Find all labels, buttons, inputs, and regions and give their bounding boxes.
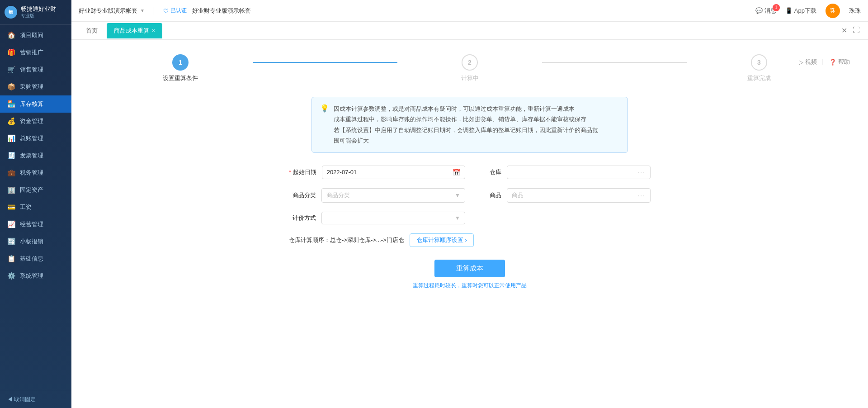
sidebar-item-label: 发票管理 bbox=[20, 152, 43, 160]
close-panel-button[interactable]: ✕ bbox=[840, 25, 848, 36]
start-date-field: 起始日期 2022-07-01 📅 bbox=[289, 166, 465, 179]
app-download-button[interactable]: 📱 App下载 bbox=[785, 7, 816, 15]
finance-icon: 💰 bbox=[7, 117, 15, 125]
operation-icon: 📈 bbox=[7, 220, 15, 228]
form-row-2: 商品分类 商品分类 ▼ 商品 商品 ··· bbox=[289, 188, 651, 203]
info-icon: 💡 bbox=[320, 104, 329, 146]
step3-label: 重算完成 bbox=[747, 74, 771, 82]
sidebar-item-accounting[interactable]: 📊 总账管理 bbox=[0, 130, 71, 147]
tax-icon: 💼 bbox=[7, 169, 15, 177]
tabs-controls: ✕ ⛶ bbox=[840, 25, 861, 36]
category-field: 商品分类 商品分类 ▼ bbox=[289, 188, 465, 203]
info-text: 因成本计算参数调整，或是对商品成本有疑问时，可以通过成本重算功能，重新计算一遍成… bbox=[334, 104, 598, 146]
tabs-bar: 首页 商品成本重算 × ✕ ⛶ bbox=[71, 22, 868, 40]
tab-close-button[interactable]: × bbox=[152, 28, 155, 34]
sidebar-item-assets[interactable]: 🏢 固定资产 bbox=[0, 181, 71, 199]
sidebar-item-basic[interactable]: 📋 基础信息 bbox=[0, 250, 71, 267]
expense-icon: 🔄 bbox=[7, 237, 15, 246]
start-date-input[interactable]: 2022-07-01 📅 bbox=[322, 166, 465, 179]
warehouse-order-row: 仓库计算顺序：总仓->深圳仓库->...->门店仓 仓库计算顺序设置 › bbox=[289, 233, 651, 247]
tab-cost-recalc[interactable]: 商品成本重算 × bbox=[107, 23, 162, 38]
warehouse-order-settings-button[interactable]: 仓库计算顺序设置 › bbox=[410, 233, 474, 247]
sidebar-item-expense[interactable]: 🔄 小畅报销 bbox=[0, 233, 71, 250]
verified-badge: 🛡 已认证 bbox=[163, 7, 187, 14]
app-name: 畅捷通好业财 bbox=[21, 5, 56, 13]
sidebar-item-project[interactable]: 🏠 项目顾问 bbox=[0, 27, 71, 44]
account-name: 好业财专业版演示帐套 bbox=[79, 7, 137, 15]
sidebar-item-inventory[interactable]: 🏪 库存核算 bbox=[0, 95, 71, 113]
sidebar-header: 畅 畅捷通好业财 专业版 bbox=[0, 0, 71, 25]
invoice-icon: 🧾 bbox=[7, 152, 15, 160]
start-date-value: 2022-07-01 bbox=[327, 169, 357, 176]
inventory-icon: 🏪 bbox=[7, 100, 15, 108]
sidebar-item-sales[interactable]: 🛒 销售管理 bbox=[0, 61, 71, 78]
sidebar-item-label: 固定资产 bbox=[20, 186, 43, 194]
step2-label: 计算中 bbox=[461, 74, 479, 82]
goods-input[interactable]: 商品 ··· bbox=[507, 188, 651, 203]
account-dropdown-arrow: ▼ bbox=[140, 8, 145, 13]
marketing-icon: 🎁 bbox=[7, 48, 15, 57]
sidebar-item-salary[interactable]: 💳 工资 bbox=[0, 199, 71, 216]
salary-icon: 💳 bbox=[7, 203, 15, 211]
goods-dots-button[interactable]: ··· bbox=[637, 192, 646, 199]
sidebar-item-invoice[interactable]: 🧾 发票管理 bbox=[0, 147, 71, 164]
mobile-icon: 📱 bbox=[785, 7, 793, 14]
stepper-line1 bbox=[253, 62, 397, 63]
topbar-divider bbox=[154, 6, 154, 15]
sidebar-item-tax[interactable]: 💼 税务管理 bbox=[0, 164, 71, 181]
tab-home[interactable]: 首页 bbox=[79, 23, 105, 38]
sidebar-item-system[interactable]: ⚙️ 系统管理 bbox=[0, 267, 71, 285]
sidebar-item-label: 系统管理 bbox=[20, 272, 43, 280]
sidebar-item-label: 工资 bbox=[20, 203, 32, 211]
recalc-area: 重算成本 重算过程耗时较长，重算时您可以正常使用产品 bbox=[289, 260, 651, 289]
project-icon: 🏠 bbox=[7, 31, 15, 39]
main-area: 好业财专业版演示帐套 ▼ 🛡 已认证 好业财专业版演示帐套 💬 消息 1 📱 A… bbox=[71, 0, 868, 408]
goods-field: 商品 商品 ··· bbox=[474, 188, 651, 203]
info-box: 💡 因成本计算参数调整，或是对商品成本有疑问时，可以通过成本重算功能，重新计算一… bbox=[311, 97, 628, 153]
recalc-button[interactable]: 重算成本 bbox=[434, 260, 505, 277]
sidebar-item-label: 税务管理 bbox=[20, 169, 43, 177]
sidebar-item-purchase[interactable]: 📦 采购管理 bbox=[0, 78, 71, 95]
sidebar-nav: 🏠 项目顾问 🎁 营销推广 🛒 销售管理 📦 采购管理 🏪 库存核算 💰 资金管… bbox=[0, 25, 71, 391]
pricing-field: 计价方式 ▼ bbox=[289, 212, 465, 224]
sales-icon: 🛒 bbox=[7, 66, 15, 74]
avatar[interactable]: 珠 bbox=[826, 4, 840, 18]
video-link[interactable]: ▷ 视频 bbox=[799, 58, 817, 66]
form-area: 起始日期 2022-07-01 📅 仓库 ··· 商品分类 bbox=[289, 166, 651, 289]
sidebar-item-label: 资金管理 bbox=[20, 117, 43, 125]
messages-button[interactable]: 💬 消息 1 bbox=[755, 7, 776, 15]
topbar: 好业财专业版演示帐套 ▼ 🛡 已认证 好业财专业版演示帐套 💬 消息 1 📱 A… bbox=[71, 0, 868, 22]
step2-circle: 2 bbox=[462, 54, 478, 71]
category-arrow-icon: ▼ bbox=[455, 192, 460, 199]
content-area: 1 设置重算条件 2 计算中 3 重算完成 ▷ 视频 bbox=[71, 40, 868, 408]
category-select[interactable]: 商品分类 ▼ bbox=[321, 188, 465, 203]
purchase-icon: 📦 bbox=[7, 83, 15, 91]
user-name[interactable]: 珠珠 bbox=[849, 7, 861, 15]
help-link[interactable]: ❓ 帮助 bbox=[829, 58, 850, 66]
warehouse-dots-button[interactable]: ··· bbox=[637, 169, 646, 176]
goods-placeholder: 商品 bbox=[512, 191, 524, 199]
sidebar-item-operation[interactable]: 📈 经营管理 bbox=[0, 216, 71, 233]
sidebar-item-finance[interactable]: 💰 资金管理 bbox=[0, 113, 71, 130]
sidebar-item-label: 基础信息 bbox=[20, 255, 43, 263]
form-row-3: 计价方式 ▼ bbox=[289, 212, 651, 224]
step3-circle: 3 bbox=[751, 54, 767, 71]
goods-label: 商品 bbox=[474, 191, 501, 199]
pricing-select[interactable]: ▼ bbox=[321, 212, 465, 224]
accounting-icon: 📊 bbox=[7, 134, 15, 142]
topbar-right: 💬 消息 1 📱 App下载 珠 珠珠 bbox=[755, 4, 861, 18]
sidebar-unpin-button[interactable]: ◀ 取消固定 bbox=[0, 391, 71, 408]
stepper-actions: ▷ 视频 | ❓ 帮助 bbox=[799, 58, 850, 66]
chevron-right-icon: › bbox=[465, 237, 467, 243]
account-selector[interactable]: 好业财专业版演示帐套 ▼ bbox=[79, 7, 145, 15]
expand-panel-button[interactable]: ⛶ bbox=[852, 25, 861, 36]
account-display-name: 好业财专业版演示帐套 bbox=[192, 7, 251, 15]
warehouse-input[interactable]: ··· bbox=[507, 166, 651, 179]
pricing-label: 计价方式 bbox=[289, 214, 316, 222]
stepper: 1 设置重算条件 2 计算中 3 重算完成 ▷ 视频 bbox=[90, 54, 850, 82]
sidebar-item-marketing[interactable]: 🎁 营销推广 bbox=[0, 44, 71, 61]
calendar-icon[interactable]: 📅 bbox=[453, 169, 460, 176]
sidebar-item-label: 经营管理 bbox=[20, 220, 43, 228]
stepper-step1: 1 设置重算条件 bbox=[108, 54, 253, 82]
step1-circle: 1 bbox=[172, 54, 189, 71]
